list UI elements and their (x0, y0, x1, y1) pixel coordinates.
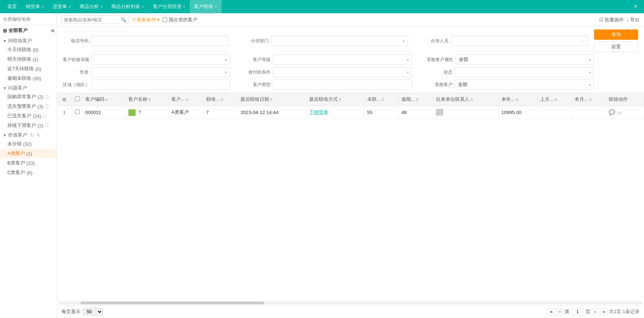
contact-avatar (436, 109, 443, 116)
sidebar-item-churned[interactable]: 已流失客户 (24) ⓘ (0, 111, 57, 121)
refresh-icon[interactable]: ↻ (30, 132, 34, 138)
nav-purchase-order[interactable]: 进货单 × (48, 0, 75, 13)
export-button[interactable]: ↓ 导出 (627, 17, 640, 23)
cell-overdue: 48 (399, 106, 434, 119)
nav-product-analysis-list[interactable]: 商品分析列表 × (107, 0, 148, 13)
scroll-thumb[interactable] (80, 301, 264, 304)
nav-product-analysis[interactable]: 商品分析 × (75, 0, 107, 13)
chevron-price-level: ▾ (225, 58, 227, 62)
sidebar-item-class-a[interactable]: A类客户 (1) (0, 149, 57, 158)
sidebar-search-input[interactable] (3, 17, 57, 22)
filter-retail-customer-select[interactable]: 全部 ▾ (455, 80, 594, 90)
contact-method-link[interactable]: 下销货单 (309, 109, 328, 115)
filter-row-1: 电话号码 分管部门 ▾ 分管人员 (63, 29, 638, 52)
export-icon: ↓ (627, 17, 629, 22)
sidebar: 🔍 ⊞ 全部客户 ◀ ▼ 待联络客户 今天待联络 (0) 明天待联络 (1) 近… (0, 13, 57, 318)
my-customer-checkbox[interactable] (162, 17, 167, 22)
col-last-contact-date: 最后联络日期⇅ (238, 93, 307, 106)
sidebar-item-ungrouped[interactable]: 未分组 (32) (0, 139, 57, 149)
row-checkbox[interactable] (75, 109, 80, 114)
filter-customer-type-select[interactable] (273, 80, 412, 90)
search-icon[interactable]: 🔍 (121, 17, 126, 22)
sidebar-item-today-pending[interactable]: 今天待联络 (0) (0, 45, 57, 54)
filter-nature: 性质 ▾ (63, 67, 230, 77)
chat-icon[interactable]: 💬 (609, 109, 615, 115)
sidebar-item-repurchase-anomaly[interactable]: 回购异常客户 (2) ⓘ (0, 92, 57, 102)
filter-customer-level-select[interactable]: ▾ (273, 54, 412, 65)
dots-manager: ··· (581, 38, 585, 43)
bottom-bar: 每页显示 50 100 200 « ‹ 第 页 › » 共1页 1条记录 (57, 305, 644, 318)
cell-contact-count: 7 (204, 106, 238, 119)
sidebar-item-tomorrow-pending[interactable]: 明天待联络 (1) (0, 54, 57, 64)
close-customer-contact[interactable]: × (215, 4, 217, 9)
settings-button[interactable]: 设置 (594, 41, 638, 52)
close-product-analysis-list[interactable]: × (142, 4, 144, 9)
page-size-select[interactable]: 50 100 200 (83, 308, 103, 316)
cell-customer-type: A类客户 (169, 106, 204, 119)
edit-icon-value[interactable]: ✎ (36, 132, 40, 138)
filter-icon: ▽ (132, 17, 136, 22)
nav-customer-stratified[interactable]: 客户分层经营 × (149, 0, 190, 13)
first-page-button[interactable]: « (548, 308, 555, 315)
filter-nature-select[interactable]: ▾ (91, 67, 230, 77)
filter-payment-select[interactable]: ▾ (273, 67, 412, 77)
my-customer-checkbox-area[interactable]: 我分管的客户 (162, 17, 197, 23)
main-content: 🔍 ▽ 更多条件 ▾ 我分管的客户 ☑ 批量操作 ↓ 导出 (57, 13, 644, 318)
filter-price-level-select[interactable]: ▾ (92, 54, 230, 65)
collapse-icon-pending: ▼ (3, 39, 7, 43)
action-icons: 💬 ⚏ (609, 109, 641, 115)
chevron-status: ▾ (589, 70, 591, 74)
sidebar-item-class-b[interactable]: B类客户 (33) (0, 158, 57, 168)
chevron-dept: ▾ (403, 39, 405, 43)
filter-retail-attr-select[interactable]: 全部 ▾ (455, 54, 594, 65)
sidebar-group-value[interactable]: ▼ 价值客户 ↻ ✎ (0, 130, 57, 139)
col-action: 联络动作 (607, 93, 644, 106)
page-number-input[interactable] (571, 308, 584, 315)
search-input[interactable] (64, 17, 119, 22)
total-info: 共1页 1条记录 (609, 308, 640, 315)
batch-operations-button[interactable]: ☑ 批量操作 (599, 17, 624, 23)
select-all-checkbox[interactable] (75, 96, 80, 101)
sidebar-item-7days-pending[interactable]: 近7天待联络 (0) (0, 64, 57, 74)
query-button[interactable]: 查询 (594, 29, 638, 40)
nav-sales-order[interactable]: 销货单 × (21, 0, 48, 13)
sidebar-fold-button[interactable]: ◀ (50, 28, 54, 33)
horizontal-scrollbar[interactable] (57, 300, 644, 305)
filter-manager-select[interactable]: ··· (451, 36, 588, 46)
close-sales-order[interactable]: × (42, 4, 44, 9)
global-close-button[interactable]: × (630, 0, 641, 13)
sidebar-search-area: 🔍 (0, 13, 57, 25)
filter-payment: 收付款条件 ▾ (245, 67, 412, 77)
filter-phone-input[interactable] (91, 36, 228, 46)
filter-region-select[interactable]: ··· (92, 80, 230, 90)
collapse-icon-value: ▼ (3, 133, 7, 137)
last-page-button[interactable]: » (600, 308, 608, 315)
table-row: 1 000031 ？ A类客户 (57, 106, 644, 119)
sidebar-item-class-c[interactable]: C类客户 (6) (0, 168, 57, 177)
prev-page-button[interactable]: ‹ (557, 308, 563, 315)
sidebar-group-problem[interactable]: ▼ 问题客户 (0, 83, 57, 92)
close-customer-stratified[interactable]: × (183, 4, 185, 9)
nav-customer-contact[interactable]: 客户联络 × (190, 0, 221, 13)
filter-price-level: 客户价格等级 ▾ (63, 54, 230, 65)
close-product-analysis[interactable]: × (100, 4, 103, 9)
close-purchase-order[interactable]: × (68, 4, 71, 9)
sidebar-item-overdue-pending[interactable]: 逾期未联络 (30) (0, 74, 57, 83)
sidebar-all-customers[interactable]: ⊞ 全部客户 ◀ (0, 25, 57, 36)
nav-home[interactable]: 首页 (3, 0, 21, 13)
filter-status-select[interactable]: ▾ (455, 67, 594, 77)
sidebar-item-churn-warning[interactable]: 流失预警客户 (3) ⓘ (0, 102, 57, 111)
table-settings-icon[interactable]: ⚙ (62, 97, 67, 102)
filter-dept-select[interactable]: ▾ (271, 36, 408, 46)
more-filters-button[interactable]: ▽ 更多条件 ▾ (132, 17, 160, 23)
col-customer-code: 客户编码⇅ (83, 93, 126, 106)
next-page-button[interactable]: › (592, 308, 598, 315)
chevron-nature: ▾ (225, 70, 227, 74)
sidebar-group-pending[interactable]: ▼ 待联络客户 (0, 36, 57, 45)
table-header-row: ⚙ 客户编码⇅ 客户名称⇅ 客户...⇅ (57, 93, 644, 106)
link-icon[interactable]: ⚏ (617, 109, 622, 115)
cell-name: ？ (126, 106, 169, 119)
filter-status-label: 状态 (427, 69, 452, 75)
filter-payment-label: 收付款条件 (245, 69, 271, 75)
sidebar-item-declining[interactable]: 持续下滑客户 (2) ⓘ (0, 121, 57, 130)
